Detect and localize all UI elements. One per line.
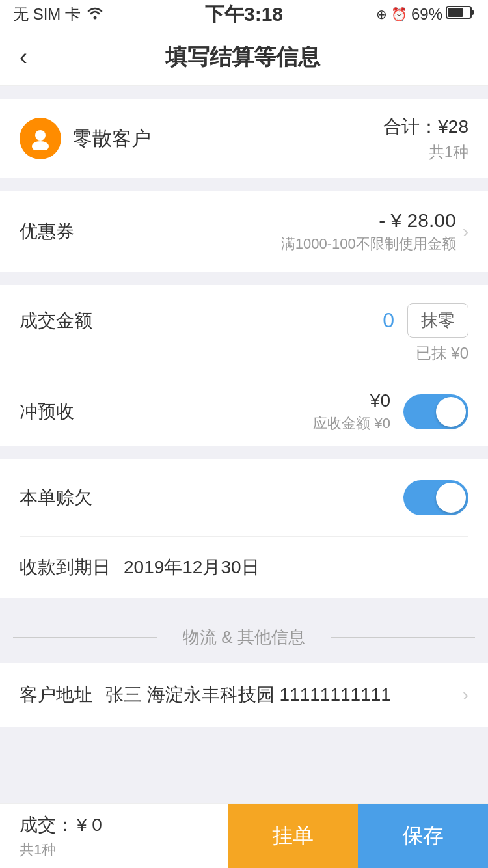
- customer-total: 合计：¥28: [383, 115, 468, 139]
- customer-avatar: [20, 118, 61, 159]
- logistics-line-left: [13, 637, 157, 638]
- deal-section: 成交金额 0 抹零 已抹 ¥0 冲预收 ¥0 应收金额 ¥0: [0, 285, 488, 446]
- coupon-info: - ¥ 28.00 满1000-100不限制使用金额: [281, 210, 456, 254]
- address-label: 客户地址: [20, 683, 92, 707]
- hang-button[interactable]: 挂单: [228, 804, 358, 868]
- coupon-section: 优惠券 - ¥ 28.00 满1000-100不限制使用金额 ›: [0, 191, 488, 272]
- status-time: 下午3:18: [205, 1, 283, 28]
- logistics-line-right: [331, 637, 475, 638]
- address-row[interactable]: 客户地址 张三 海淀永丰科技园 11111111111 ›: [0, 663, 488, 727]
- bottom-info: 成交： ¥ 0 共1种: [0, 804, 228, 868]
- address-value: 张三 海淀永丰科技园 11111111111: [105, 683, 463, 707]
- coupon-discount: - ¥ 28.00: [281, 210, 456, 232]
- credit-label: 本单赊欠: [20, 485, 92, 510]
- advance-toggle[interactable]: [403, 394, 468, 429]
- round-zero-button[interactable]: 抹零: [407, 303, 468, 338]
- advance-label: 冲预收: [20, 400, 74, 424]
- location-icon: ⊕: [376, 7, 387, 22]
- deal-amount-value: 0: [383, 308, 394, 332]
- advance-info: ¥0 应收金额 ¥0: [313, 390, 390, 433]
- advance-sub: 应收金额 ¥0: [313, 414, 390, 433]
- due-date-label: 收款到期日: [20, 555, 111, 580]
- toggle-knob: [436, 397, 466, 427]
- alarm-icon: ⏰: [391, 7, 407, 22]
- logistics-label: 物流 & 其他信息: [183, 626, 305, 649]
- deal-amount-row: 成交金额 0 抹零: [0, 285, 488, 343]
- bottom-deal-row: 成交： ¥ 0: [20, 813, 208, 837]
- advance-right: ¥0 应收金额 ¥0: [313, 390, 468, 433]
- credit-section: 本单赊欠 收款到期日 2019年12月30日: [0, 459, 488, 598]
- credit-toggle-knob: [436, 483, 466, 513]
- gap5: [0, 598, 488, 611]
- status-bar: 无 SIM 卡 下午3:18 ⊕ ⏰ 69%: [0, 0, 488, 29]
- nav-bar: ‹ 填写结算等信息: [0, 29, 488, 86]
- svg-rect-3: [448, 8, 463, 17]
- customer-row: 零散客户 合计：¥28 共1种: [0, 99, 488, 178]
- deal-amount-right: 0 抹零: [383, 303, 468, 338]
- due-date-value: 2019年12月30日: [124, 555, 260, 580]
- battery-icon: [446, 5, 475, 23]
- logistics-header: 物流 & 其他信息: [0, 611, 488, 663]
- page-title: 填写结算等信息: [40, 42, 445, 72]
- customer-left: 零散客户: [20, 118, 151, 159]
- save-button[interactable]: 保存: [358, 804, 488, 868]
- status-right: ⊕ ⏰ 69%: [376, 5, 475, 23]
- gap4: [0, 446, 488, 459]
- customer-section: 零散客户 合计：¥28 共1种: [0, 99, 488, 178]
- gap1: [0, 86, 488, 99]
- advance-amount: ¥0: [313, 390, 390, 411]
- coupon-right: - ¥ 28.00 满1000-100不限制使用金额 ›: [281, 210, 468, 254]
- svg-rect-2: [471, 10, 474, 15]
- bottom-count: 共1种: [20, 840, 208, 860]
- customer-summary: 合计：¥28 共1种: [383, 115, 468, 163]
- bottom-spacer: [0, 727, 488, 805]
- address-section: 客户地址 张三 海淀永丰科技园 11111111111 ›: [0, 663, 488, 727]
- coupon-row[interactable]: 优惠券 - ¥ 28.00 满1000-100不限制使用金额 ›: [0, 191, 488, 272]
- coupon-desc: 满1000-100不限制使用金额: [281, 234, 456, 254]
- bottom-bar: 成交： ¥ 0 共1种 挂单 保存: [0, 803, 488, 868]
- back-button[interactable]: ‹: [20, 44, 27, 71]
- deal-sub-text: 已抹 ¥0: [0, 343, 488, 377]
- due-date-row: 收款到期日 2019年12月30日: [0, 537, 488, 598]
- coupon-label: 优惠券: [20, 219, 74, 244]
- advance-row: 冲预收 ¥0 应收金额 ¥0: [0, 377, 488, 446]
- gap2: [0, 178, 488, 191]
- battery-percent: 69%: [411, 5, 442, 23]
- bottom-deal-label: 成交：: [20, 813, 74, 837]
- chevron-right-icon: ›: [463, 221, 468, 242]
- wifi-icon: [86, 5, 104, 23]
- bottom-deal-amount: ¥ 0: [77, 815, 102, 835]
- signal-text: 无 SIM 卡: [13, 4, 81, 25]
- deal-amount-label: 成交金额: [20, 308, 92, 333]
- gap3: [0, 272, 488, 285]
- credit-toggle[interactable]: [403, 480, 468, 515]
- customer-count: 共1种: [383, 142, 468, 163]
- customer-name: 零散客户: [73, 126, 151, 152]
- svg-point-4: [35, 130, 46, 141]
- svg-point-5: [32, 141, 49, 150]
- credit-row: 本单赊欠: [0, 459, 488, 536]
- status-left: 无 SIM 卡: [13, 4, 104, 25]
- svg-point-0: [94, 16, 97, 20]
- address-chevron-icon: ›: [463, 685, 468, 705]
